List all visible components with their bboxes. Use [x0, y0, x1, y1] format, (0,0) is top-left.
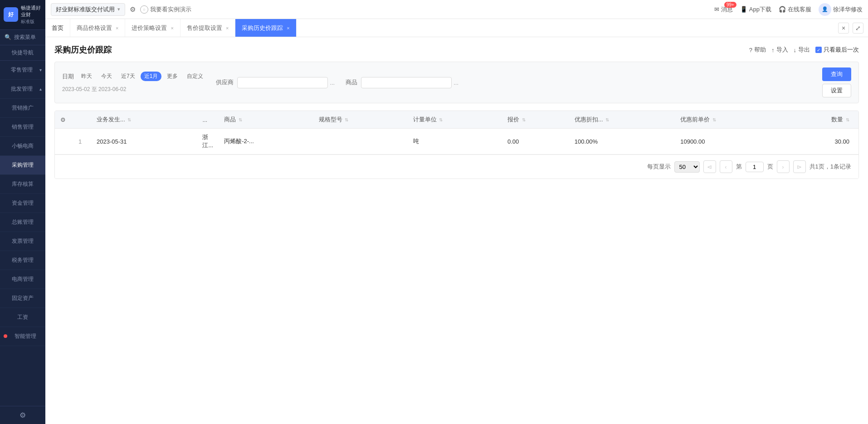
per-page-select[interactable]: 50 20 100: [674, 161, 700, 173]
th-quantity[interactable]: 数量 ⇅: [783, 111, 858, 129]
th-gear[interactable]: ⚙: [55, 111, 73, 129]
import-link[interactable]: ↑ 导入: [771, 46, 788, 54]
sort-icon-pre-discount-price[interactable]: ⇅: [712, 117, 716, 122]
sidebar-item-purchase[interactable]: 采购管理: [0, 156, 45, 175]
tab-expand-button[interactable]: ⤢: [853, 23, 863, 34]
filter-custom-btn[interactable]: 自定义: [183, 72, 207, 81]
th-unit[interactable]: 计量单位 ⇅: [408, 111, 502, 129]
th-discount-pct[interactable]: 优惠折扣... ⇅: [569, 111, 675, 129]
sidebar-item-tax[interactable]: 税务管理: [0, 251, 45, 270]
topbar-right: ✉ 消息 99+ 📱 App下载 🎧 在线客服 👤 徐泽华修改: [714, 3, 863, 16]
tab-price-close[interactable]: ×: [116, 25, 118, 31]
filter-more-btn[interactable]: 更多: [163, 72, 181, 81]
th-quantity-label: 数量: [831, 116, 843, 123]
last-only-checkbox[interactable]: ✓: [815, 47, 822, 53]
cell-discount-pct: 100.00%: [569, 129, 675, 154]
main-area: 好业财标准版交付试用 ▾ ⚙ ○ 我要看实例演示 ✉ 消息 99+ 📱 App下…: [45, 0, 868, 424]
last-only-checkbox-label[interactable]: ✓ 只看最后一次: [815, 46, 859, 54]
user-menu-button[interactable]: 👤 徐泽华修改: [819, 3, 863, 16]
page-title: 采购历史价跟踪: [54, 44, 112, 55]
sidebar-item-marketing[interactable]: 营销推广: [0, 99, 45, 118]
tab-price[interactable]: 商品价格设置 ×: [70, 19, 125, 37]
sort-icon-spec[interactable]: ⇅: [345, 117, 348, 122]
pagination-first-btn[interactable]: ⊲: [703, 160, 716, 173]
tab-history-price[interactable]: 采购历史价跟踪 ×: [235, 19, 296, 37]
sidebar-search[interactable]: 🔍 搜索菜单: [0, 30, 45, 45]
search-label: 搜索菜单: [14, 34, 36, 41]
sidebar-item-assets[interactable]: 固定资产: [0, 289, 45, 308]
pagination-page-input[interactable]: [746, 162, 764, 172]
sidebar-item-ecommerce-small[interactable]: 小畅电商: [0, 137, 45, 156]
filter-date-label: 日期: [62, 72, 74, 81]
sort-icon-unit[interactable]: ⇅: [439, 117, 443, 122]
sidebar-item-payroll[interactable]: 工资: [0, 308, 45, 327]
th-more-cols[interactable]: ...: [197, 111, 219, 129]
pagination-last-btn[interactable]: ⊳: [793, 160, 806, 173]
filter-7days-btn[interactable]: 近7天: [117, 72, 139, 81]
filter-date-buttons: 昨天 今天 近7天 近1月 更多 自定义: [78, 72, 207, 81]
app-download-button[interactable]: 📱 App下载: [740, 5, 771, 14]
filter-product-input-wrap: ...: [361, 77, 460, 88]
tab-sale-strategy-close[interactable]: ×: [226, 25, 229, 31]
sidebar-item-sales[interactable]: 销售管理: [0, 118, 45, 137]
sidebar-item-smart[interactable]: 智能管理: [0, 327, 45, 346]
pagination-page-label: 第: [736, 163, 742, 171]
sidebar-item-label-invoice: 发票管理: [4, 237, 42, 245]
export-label: 导出: [798, 46, 810, 54]
demo-button[interactable]: ○ 我要看实例演示: [140, 5, 191, 14]
tab-purchase-strategy-close[interactable]: ×: [171, 25, 173, 31]
th-spec-label: 规格型号: [319, 116, 342, 123]
sidebar-item-ecommerce[interactable]: 电商管理: [0, 270, 45, 289]
export-link[interactable]: ↓ 导出: [794, 46, 810, 54]
topbar-settings-icon[interactable]: ⚙: [130, 5, 136, 14]
filter-product-input[interactable]: [361, 77, 452, 88]
messages-button[interactable]: ✉ 消息 99+: [714, 5, 733, 14]
sort-icon-quote[interactable]: ⇅: [522, 117, 526, 122]
settings-icon[interactable]: ⚙: [20, 411, 26, 419]
online-service-button[interactable]: 🎧 在线客服: [779, 5, 811, 14]
tab-history-price-close[interactable]: ×: [287, 25, 289, 31]
sort-icon-product[interactable]: ⇅: [239, 117, 242, 122]
sort-icon-quantity[interactable]: ⇅: [846, 117, 849, 122]
cell-biz-date: 2023-05-31: [91, 129, 197, 154]
version-selector[interactable]: 好业财标准版交付试用 ▾: [51, 3, 125, 16]
help-link[interactable]: ? 帮助: [749, 46, 766, 54]
th-biz-date[interactable]: 业务发生... ⇅: [91, 111, 197, 129]
tab-history-price-label: 采购历史价跟踪: [242, 24, 283, 32]
th-product[interactable]: 商品 ⇅: [219, 111, 313, 129]
sidebar-item-retail[interactable]: 零售管理 ▾: [0, 61, 45, 80]
sidebar-item-wholesale[interactable]: 批发管理 ▴: [0, 80, 45, 99]
tab-home[interactable]: 首页: [45, 19, 70, 37]
tab-close-button[interactable]: ×: [838, 23, 849, 34]
query-button[interactable]: 查询: [822, 67, 851, 81]
sidebar-item-label-payroll: 工资: [4, 313, 42, 321]
tab-purchase-strategy[interactable]: 进价策略设置 ×: [125, 19, 180, 37]
th-quote[interactable]: 报价 ⇅: [502, 111, 569, 129]
filter-today-btn[interactable]: 今天: [98, 72, 116, 81]
tab-sale-strategy[interactable]: 售价提取设置 ×: [180, 19, 235, 37]
cell-supplier: 浙江...: [197, 129, 219, 154]
sidebar-item-invoice[interactable]: 发票管理: [0, 232, 45, 251]
sidebar-item-finance[interactable]: 资金管理: [0, 194, 45, 213]
filter-1month-btn[interactable]: 近1月: [141, 72, 162, 81]
sort-icon-biz-date[interactable]: ⇅: [127, 117, 131, 122]
filter-yesterday-btn[interactable]: 昨天: [78, 72, 96, 81]
sidebar-quicknav[interactable]: 快捷导航: [0, 45, 45, 61]
pagination-prev-btn[interactable]: ‹: [720, 160, 732, 173]
settings-button[interactable]: 设置: [822, 84, 851, 97]
th-pre-discount-price[interactable]: 优惠前单价 ⇅: [675, 111, 783, 129]
sidebar-item-label-purchase: 采购管理: [4, 161, 42, 169]
sidebar-item-ledger[interactable]: 总账管理: [0, 213, 45, 232]
cell-checkbox[interactable]: [55, 129, 73, 154]
th-spec[interactable]: 规格型号 ⇅: [313, 111, 408, 129]
product-more-icon[interactable]: ...: [452, 77, 460, 88]
sort-icon-discount-pct[interactable]: ⇅: [605, 117, 609, 122]
sidebar-item-label-retail: 零售管理: [4, 66, 39, 74]
pagination-next-btn[interactable]: ›: [777, 160, 790, 173]
column-settings-icon[interactable]: ⚙: [60, 116, 66, 123]
filter-supplier-input[interactable]: [237, 77, 328, 88]
sidebar-item-inventory[interactable]: 库存核算: [0, 175, 45, 194]
sidebar-item-label-smart: 智能管理: [9, 332, 42, 340]
sidebar-item-label-marketing: 营销推广: [4, 104, 42, 112]
supplier-more-icon[interactable]: ...: [328, 77, 336, 88]
